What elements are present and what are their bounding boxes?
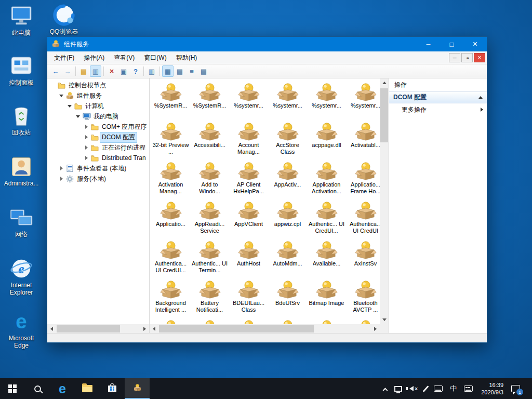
window-titlebar[interactable]: 组件服务 [47,37,487,51]
child-close-button[interactable] [474,53,485,62]
dcom-item[interactable]: AccStore Class [268,121,307,160]
tree-item[interactable]: 计算机 [47,101,149,111]
taskbar-explorer-button[interactable] [75,378,100,399]
desktop-icon-internet-explorer[interactable]: eInternet Explorer [2,257,41,296]
dcom-item[interactable]: Applicatio... [151,200,190,239]
dcom-item[interactable]: %systemr... [229,81,268,121]
dcom-item[interactable]: Activatabl... [346,121,380,160]
menu-item-1[interactable]: 操作(A) [79,51,109,64]
chevron-down-icon[interactable] [58,95,65,97]
toolbar-window-list-button[interactable]: ▥ [146,65,157,77]
tree-item[interactable]: 我的电脑 [47,111,149,122]
list-vertical-scrollbar[interactable] [380,78,389,324]
tray-keyboard-button[interactable] [430,378,446,399]
dcom-item[interactable]: Background Intelligent ... [151,278,190,318]
scroll-right-icon[interactable] [140,324,149,333]
chevron-down-icon[interactable] [74,115,82,118]
tray-network-button[interactable] [391,378,406,399]
scroll-up-icon[interactable] [380,78,389,87]
scroll-right-icon[interactable] [371,324,380,333]
desktop-icon-qq-browser[interactable]: QQ浏览器 [45,3,83,35]
taskbar-clock[interactable]: 16:39 2020/9/3 [476,381,508,396]
taskbar-component-services-button[interactable] [125,378,150,399]
dcom-item-partial[interactable] [190,318,229,324]
scroll-thumb[interactable] [380,88,388,142]
dcom-item[interactable]: Add to Windo... [190,160,229,200]
dcom-item[interactable]: AppVClient [229,200,268,239]
desktop-icon-recycle-bin[interactable]: 回收站 [2,104,41,136]
chevron-right-icon[interactable] [58,166,65,170]
chevron-right-icon[interactable] [58,177,65,181]
desktop-icon-administrator[interactable]: Administra... [2,155,41,187]
dcom-item[interactable]: AP Client HxHelpPa... [229,160,268,200]
list-horizontal-scrollbar[interactable] [150,324,380,333]
tray-volume-muted-button[interactable]: × [406,378,421,399]
dcom-item[interactable]: BdeUISrv [268,278,307,318]
tray-touch-keyboard-button[interactable] [460,378,476,399]
toolbar-small-icons-button[interactable]: ▤ [174,65,185,77]
tray-hidden-icons-button[interactable] [380,378,391,399]
tray-pen-button[interactable] [421,378,430,399]
taskbar-store-button[interactable] [100,378,125,399]
desktop-icon-microsoft-edge[interactable]: eMicrosoft Edge [2,310,41,349]
chevron-down-icon[interactable] [66,105,73,108]
child-minimize-button[interactable] [449,53,460,62]
dcom-item[interactable]: Application Activation... [307,160,346,200]
dcom-item[interactable]: AppActiv... [268,160,307,200]
tree-item[interactable]: 正在运行的进程 [47,142,149,153]
tree-item[interactable]: DCOM 配置 [47,132,149,142]
menu-item-2[interactable]: 查看(V) [109,51,139,64]
toolbar-export-button[interactable]: ▤ [78,65,89,77]
dcom-item[interactable]: appwiz.cpl [268,200,307,239]
dcom-item[interactable]: Authentica... UI CredUI... [151,239,190,278]
dcom-item-partial[interactable] [307,318,346,324]
chevron-right-icon[interactable] [83,156,90,160]
dcom-item[interactable]: %systemr... [307,81,346,121]
dcom-item[interactable]: BDEUILau... Class [229,278,268,318]
dcom-item[interactable]: Authentic... UI CredUI... [307,200,346,239]
dcom-item[interactable]: Accessibili... [190,121,229,160]
toolbar-list-view-button[interactable]: ≡ [186,65,197,77]
dcom-item[interactable]: %systemr... [268,81,307,121]
chevron-right-icon[interactable] [83,145,90,150]
taskbar-search-button[interactable] [25,378,50,399]
scroll-left-icon[interactable] [150,324,158,333]
tree-item[interactable]: 事件查看器 (本地) [47,163,149,174]
dcom-item-partial[interactable] [151,318,190,324]
dcom-item[interactable]: AutoMdm... [268,239,307,278]
menu-item-4[interactable]: 帮助(H) [171,51,202,64]
actions-group-header[interactable]: DCOM 配置 [389,91,487,103]
tree-horizontal-scrollbar[interactable] [47,324,149,333]
child-restore-button[interactable] [461,53,473,62]
toolbar-help-button[interactable]: ? [130,65,141,77]
toolbar-properties-button[interactable]: ▣ [118,65,129,77]
desktop-icon-this-pc[interactable]: 此电脑 [2,4,41,36]
dcom-item[interactable]: Battery Notificati... [190,278,229,318]
chevron-right-icon[interactable] [83,135,90,139]
dcom-item[interactable]: Activation Manag... [151,160,190,200]
toolbar-back-button[interactable]: ← [50,65,61,77]
tray-ime-button[interactable]: 中 [446,378,460,399]
desktop-icon-network[interactable]: 网络 [2,206,41,238]
dcom-item-partial[interactable] [346,318,380,324]
dcom-item[interactable]: AxInstSv [346,239,380,278]
tree-item[interactable]: 服务(本地) [47,174,149,184]
scroll-thumb[interactable] [159,325,314,332]
dcom-item[interactable]: 32-bit Preview ... [151,121,190,160]
dcom-item[interactable]: Bitmap Image [307,278,346,318]
maximize-button[interactable] [440,37,463,51]
toolbar-large-icons-button[interactable]: ▦ [162,65,174,77]
tree-item[interactable]: 组件服务 [47,90,149,101]
action-center-button[interactable]: 1 [508,378,526,399]
dcom-item[interactable]: acppage.dll [307,121,346,160]
toolbar-delete-button[interactable]: × [106,65,117,77]
dcom-item[interactable]: AppReadi... Service [190,200,229,239]
tree-item[interactable]: 控制台根节点 [47,80,149,90]
dcom-item[interactable]: %SystemR... [190,81,229,121]
chevron-right-icon[interactable] [83,125,90,129]
dcom-item[interactable]: Applicatio... Frame Ho... [346,160,380,200]
dcom-item[interactable]: Available... [307,239,346,278]
scroll-thumb[interactable] [57,325,120,332]
desktop-icon-control-panel[interactable]: 控制面板 [2,54,41,86]
dcom-item[interactable]: AuthHost [229,239,268,278]
